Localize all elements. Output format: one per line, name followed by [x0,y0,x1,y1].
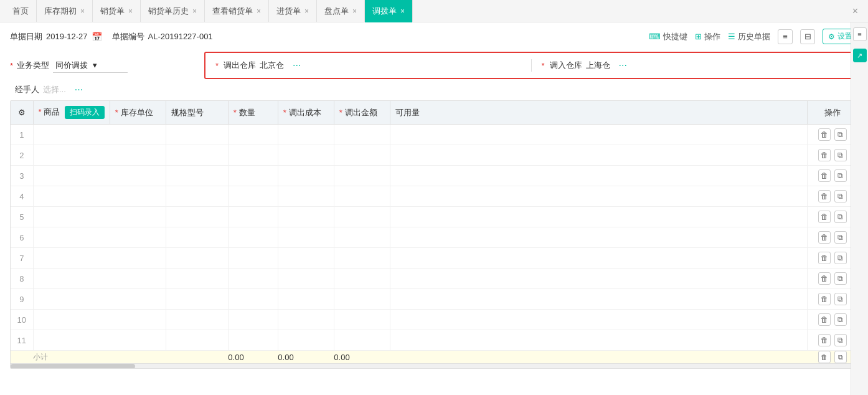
row-cost-6[interactable] [278,227,334,248]
tab-inventory-check[interactable]: 盘点单 × [317,0,365,22]
row-available-11[interactable] [390,330,807,351]
th-gear[interactable]: ⚙ [11,101,33,125]
row-qty-7[interactable] [228,248,278,269]
row-copy-9[interactable]: ⧉ [834,293,847,305]
tab-transfer-order[interactable]: 调拨单 × [365,0,413,22]
row-qty-3[interactable] [228,166,278,186]
footer-copy-icon[interactable]: ⧉ [834,351,847,363]
tab-inventory-init[interactable]: 库存期初 × [37,0,93,22]
row-available-8[interactable] [390,269,807,289]
window-close-button[interactable]: × [847,6,863,17]
row-copy-4[interactable]: ⧉ [834,190,847,202]
row-copy-1[interactable]: ⧉ [834,128,847,141]
row-product-8[interactable] [33,269,166,289]
row-available-5[interactable] [390,207,807,227]
row-available-6[interactable] [390,227,807,248]
row-product-4[interactable] [33,186,166,207]
row-copy-6[interactable]: ⧉ [834,231,847,244]
row-available-7[interactable] [390,248,807,269]
row-qty-6[interactable] [228,227,278,248]
row-amount-9[interactable] [334,289,390,310]
row-copy-8[interactable]: ⧉ [834,272,847,285]
footer-delete-icon[interactable]: 🗑 [818,351,831,363]
row-product-10[interactable] [33,310,166,330]
row-delete-5[interactable]: 🗑 [818,211,831,223]
operator-input[interactable]: 选择... [43,84,66,95]
row-delete-1[interactable]: 🗑 [818,128,831,141]
row-amount-2[interactable] [334,145,390,166]
shortcuts-item[interactable]: ⌨ 快捷键 [649,31,687,42]
row-qty-1[interactable] [228,125,278,145]
row-unit-2[interactable] [166,145,228,166]
row-available-2[interactable] [390,145,807,166]
row-amount-1[interactable] [334,125,390,145]
scrollbar-thumb[interactable] [11,364,135,369]
row-qty-2[interactable] [228,145,278,166]
row-amount-7[interactable] [334,248,390,269]
row-amount-10[interactable] [334,310,390,330]
operator-more-btn[interactable]: ··· [75,84,83,95]
row-copy-11[interactable]: ⧉ [834,334,847,346]
tab-close-inventory-check[interactable]: × [352,7,357,16]
tab-sales-order[interactable]: 销货单 × [93,0,141,22]
row-product-9[interactable] [33,289,166,310]
row-copy-3[interactable]: ⧉ [834,169,847,182]
tab-close-transfer-order[interactable]: × [400,7,405,16]
tab-sales-history[interactable]: 销货单历史 × [141,0,205,22]
row-copy-10[interactable]: ⧉ [834,313,847,326]
row-amount-8[interactable] [334,269,390,289]
row-available-10[interactable] [390,310,807,330]
row-delete-10[interactable]: 🗑 [818,313,831,326]
row-unit-7[interactable] [166,248,228,269]
row-product-11[interactable] [33,330,166,351]
tab-close-view-sales[interactable]: × [257,7,261,16]
tab-home[interactable]: 首页 [5,0,37,22]
row-cost-8[interactable] [278,269,334,289]
row-cost-10[interactable] [278,310,334,330]
row-cost-5[interactable] [278,207,334,227]
row-unit-3[interactable] [166,166,228,186]
row-cost-7[interactable] [278,248,334,269]
layout-icon-btn-1[interactable]: ≡ [778,29,793,44]
row-delete-7[interactable]: 🗑 [818,252,831,264]
row-unit-1[interactable] [166,125,228,145]
row-available-1[interactable] [390,125,807,145]
row-copy-7[interactable]: ⧉ [834,252,847,264]
row-amount-6[interactable] [334,227,390,248]
row-available-3[interactable] [390,166,807,186]
layout-icon-btn-2[interactable]: ⊟ [800,29,815,44]
row-amount-3[interactable] [334,166,390,186]
row-product-2[interactable] [33,145,166,166]
row-product-1[interactable] [33,125,166,145]
row-product-7[interactable] [33,248,166,269]
row-unit-9[interactable] [166,289,228,310]
row-delete-9[interactable]: 🗑 [818,293,831,305]
operations-item[interactable]: ⊞ 操作 [695,31,720,42]
right-panel-list-btn[interactable]: ≡ [853,27,867,41]
row-qty-5[interactable] [228,207,278,227]
row-product-6[interactable] [33,227,166,248]
horizontal-scrollbar[interactable] [11,363,857,368]
row-qty-10[interactable] [228,310,278,330]
row-unit-4[interactable] [166,186,228,207]
tab-close-inventory-init[interactable]: × [80,7,85,16]
row-qty-9[interactable] [228,289,278,310]
tab-close-purchase-order[interactable]: × [304,7,309,16]
row-unit-10[interactable] [166,310,228,330]
warehouse-in-more-btn[interactable]: ··· [619,60,627,71]
warehouse-out-more-btn[interactable]: ··· [293,60,301,71]
row-delete-11[interactable]: 🗑 [818,334,831,346]
row-unit-5[interactable] [166,207,228,227]
row-amount-5[interactable] [334,207,390,227]
tab-close-sales-order[interactable]: × [128,7,133,16]
row-cost-2[interactable] [278,145,334,166]
scan-button[interactable]: 扫码录入 [65,106,105,119]
row-cost-1[interactable] [278,125,334,145]
row-available-9[interactable] [390,289,807,310]
row-unit-6[interactable] [166,227,228,248]
row-cost-4[interactable] [278,186,334,207]
row-cost-11[interactable] [278,330,334,351]
right-panel-export-btn[interactable]: ↗ [853,49,867,62]
row-amount-4[interactable] [334,186,390,207]
row-copy-5[interactable]: ⧉ [834,211,847,223]
